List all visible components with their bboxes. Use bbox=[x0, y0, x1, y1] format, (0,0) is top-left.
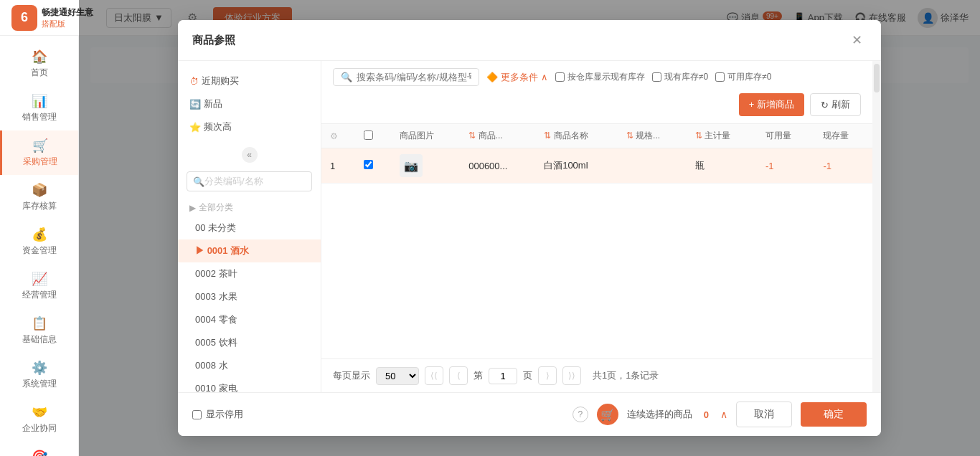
sidebar-item-enterprise[interactable]: 🤝 企业协同 bbox=[0, 397, 78, 442]
modal-title: 商品参照 bbox=[192, 34, 235, 47]
page-size-select[interactable]: 50 20 100 bbox=[376, 367, 419, 385]
sidebar-item-finance[interactable]: 💰 资金管理 bbox=[0, 219, 78, 264]
modal-header: 商品参照 ✕ bbox=[178, 20, 881, 61]
cell-code: 000600... bbox=[460, 148, 535, 184]
page-next-btn[interactable]: ⟩ bbox=[538, 366, 557, 385]
display-disabled-checkbox[interactable]: 显示停用 bbox=[192, 408, 243, 421]
selected-count: 0 bbox=[704, 409, 709, 420]
quick-access-recent[interactable]: ⏱ 近期购买 bbox=[178, 70, 321, 92]
col-code[interactable]: ⇅ 商品... bbox=[460, 124, 535, 148]
finance-icon: 💰 bbox=[32, 227, 47, 242]
search-icon: 🔍 bbox=[341, 72, 352, 82]
modal-right-panel: 🔍 🔶 更多条件 ∧ 按仓库显示现有库存 bbox=[321, 61, 872, 392]
row-checkbox[interactable] bbox=[364, 160, 373, 169]
col-available: 可用量 bbox=[757, 124, 815, 148]
category-appliance[interactable]: 0010 家电 bbox=[178, 377, 321, 392]
checkbox-nonzero-stock[interactable]: 现有库存≠0 bbox=[652, 71, 708, 83]
quick-access-new[interactable]: 🔄 新品 bbox=[178, 92, 321, 115]
footer-collapse-btn[interactable]: ∧ bbox=[720, 409, 727, 420]
product-search-input[interactable] bbox=[357, 72, 471, 82]
refresh-icon: ↻ bbox=[821, 100, 829, 110]
select-all-checkbox[interactable] bbox=[364, 130, 373, 140]
sidebar-item-guide[interactable]: 🎯 新手引导 bbox=[0, 442, 78, 456]
toolbar-right: + 新增商品 ↻ 刷新 bbox=[739, 93, 861, 116]
product-search-box[interactable]: 🔍 bbox=[333, 68, 479, 86]
quick-access-frequent[interactable]: ⭐ 频次高 bbox=[178, 115, 321, 138]
sidebar-item-label: 库存核算 bbox=[22, 200, 57, 212]
sidebar-item-operations[interactable]: 📈 经营管理 bbox=[0, 264, 78, 308]
checkbox-nonzero-available[interactable]: 可用库存≠0 bbox=[715, 71, 771, 83]
cart-icon-btn[interactable]: 🛒 bbox=[597, 404, 618, 425]
product-image: 📷 bbox=[400, 154, 423, 177]
product-reference-modal: 商品参照 ✕ ⏱ 近期购买 🔄 新品 bbox=[178, 20, 881, 436]
sidebar-item-label: 资金管理 bbox=[22, 244, 57, 257]
col-spec[interactable]: ⇅ 规格... bbox=[618, 124, 687, 148]
cell-image: 📷 bbox=[391, 148, 461, 184]
cell-available: -1 bbox=[757, 148, 815, 184]
cell-name: 白酒100ml bbox=[535, 148, 618, 184]
modal-body: ⏱ 近期购买 🔄 新品 ⭐ 频次高 « bbox=[178, 61, 881, 392]
clock-icon: ⏱ bbox=[189, 76, 199, 87]
sidebar-item-label: 基础信息 bbox=[22, 333, 57, 346]
cancel-button[interactable]: 取消 bbox=[736, 402, 792, 427]
enterprise-icon: 🤝 bbox=[32, 404, 47, 420]
category-water[interactable]: 0008 水 bbox=[178, 354, 321, 377]
logo-icon: 6 bbox=[11, 5, 37, 31]
page-last-btn[interactable]: ⟩⟩ bbox=[562, 366, 581, 385]
sidebar-item-label: 首页 bbox=[31, 67, 48, 79]
category-fruit[interactable]: 0003 水果 bbox=[178, 285, 321, 308]
modal-close-button[interactable]: ✕ bbox=[847, 30, 867, 50]
page-suffix-label: 页 bbox=[523, 369, 532, 382]
page-prev-btn[interactable]: ⟨ bbox=[449, 366, 468, 385]
checkbox-warehouse-stock[interactable]: 按仓库显示现有库存 bbox=[555, 71, 645, 83]
sidebar: 🏠 首页 📊 销售管理 🛒 采购管理 📦 库存核算 💰 资金管理 📈 经营管理 … bbox=[0, 36, 79, 456]
basic-info-icon: 📋 bbox=[32, 315, 47, 331]
table-header-row: ⚙ 商品图片 bbox=[321, 124, 872, 148]
footer-right: ? 🛒 连续选择的商品 0 ∧ 取消 确定 bbox=[573, 402, 867, 427]
page-number-input[interactable]: 1 bbox=[489, 368, 517, 384]
col-stock: 现存量 bbox=[814, 124, 872, 148]
col-checkbox[interactable] bbox=[355, 124, 391, 148]
col-settings[interactable]: ⚙ bbox=[321, 124, 355, 148]
selected-label: 连续选择的商品 bbox=[627, 408, 692, 421]
page-first-btn[interactable]: ⟨⟨ bbox=[425, 366, 443, 385]
category-uncategorized[interactable]: 00 未分类 bbox=[178, 217, 321, 239]
category-beverage[interactable]: 0005 饮料 bbox=[178, 331, 321, 354]
page-label: 第 bbox=[473, 369, 483, 382]
modal-overlay: 商品参照 ✕ ⏱ 近期购买 🔄 新品 bbox=[79, 0, 980, 456]
sidebar-item-purchase[interactable]: 🛒 采购管理 bbox=[0, 130, 78, 175]
table-row[interactable]: 1 📷 000600... 白酒100ml bbox=[321, 148, 872, 184]
confirm-button[interactable]: 确定 bbox=[801, 402, 867, 427]
category-tea[interactable]: 0002 茶叶 bbox=[178, 262, 321, 285]
product-table: ⚙ 商品图片 bbox=[321, 124, 872, 184]
filter-icon: 🔶 bbox=[486, 72, 498, 82]
modal-footer: 显示停用 ? 🛒 连续选择的商品 0 ∧ 取消 确定 bbox=[178, 392, 881, 436]
modal-scrollbar[interactable] bbox=[872, 61, 881, 392]
sidebar-item-home[interactable]: 🏠 首页 bbox=[0, 42, 78, 86]
filter-more-btn[interactable]: 🔶 更多条件 ∧ bbox=[486, 71, 548, 84]
col-image: 商品图片 bbox=[391, 124, 461, 148]
new-icon: 🔄 bbox=[189, 99, 201, 110]
col-unit[interactable]: ⇅ 主计量 bbox=[687, 124, 757, 148]
sidebar-item-sales[interactable]: 📊 销售管理 bbox=[0, 86, 78, 130]
content-area: 商品参照 ✕ ⏱ 近期购买 🔄 新品 bbox=[79, 36, 980, 456]
help-icon-btn[interactable]: ? bbox=[573, 407, 588, 422]
guide-icon: 🎯 bbox=[32, 449, 47, 456]
refresh-button[interactable]: ↻ 刷新 bbox=[810, 93, 861, 116]
sidebar-item-system[interactable]: ⚙️ 系统管理 bbox=[0, 353, 78, 397]
sort-icon: ⇅ bbox=[544, 130, 551, 141]
system-icon: ⚙️ bbox=[32, 360, 47, 376]
collapse-left-panel-btn[interactable]: « bbox=[242, 147, 258, 163]
scroll-thumb[interactable] bbox=[874, 64, 880, 92]
category-search[interactable]: 🔍 分类编码/名称 bbox=[187, 171, 312, 191]
add-product-button[interactable]: + 新增商品 bbox=[739, 93, 804, 116]
sidebar-item-basic-info[interactable]: 📋 基础信息 bbox=[0, 308, 78, 353]
category-section-header: ▶ 全部分类 bbox=[178, 199, 321, 217]
cell-checkbox[interactable] bbox=[355, 148, 391, 184]
category-liquor[interactable]: ▶ 0001 酒水 bbox=[178, 239, 321, 262]
col-name[interactable]: ⇅ 商品名称 bbox=[535, 124, 618, 148]
sidebar-item-label: 采购管理 bbox=[23, 156, 57, 168]
category-snack[interactable]: 0004 零食 bbox=[178, 308, 321, 331]
sidebar-item-label: 销售管理 bbox=[22, 111, 57, 123]
sidebar-item-inventory[interactable]: 📦 库存核算 bbox=[0, 175, 78, 219]
